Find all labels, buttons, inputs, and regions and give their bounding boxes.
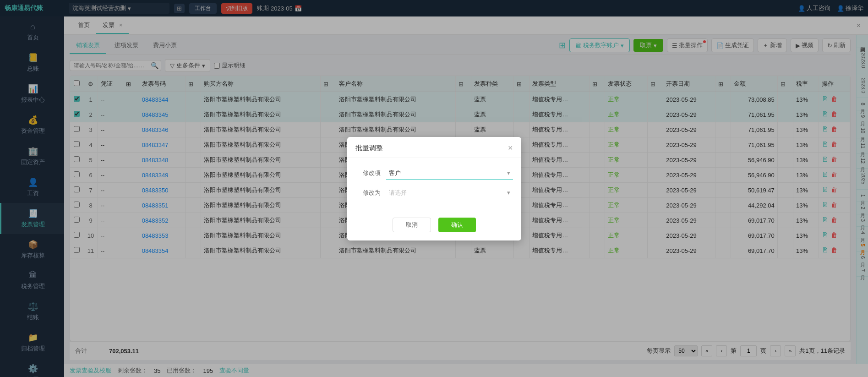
modal-body: 修改项 客户 ▾ 修改为 请选择 ▾ — [347, 158, 521, 214]
modify-to-select[interactable]: 请选择 ▾ — [386, 187, 513, 199]
batch-adjust-modal: 批量调整 × 修改项 客户 ▾ 修改为 请选择 ▾ 取消 确认 — [347, 137, 521, 240]
modify-to-row: 修改为 请选择 ▾ — [355, 187, 513, 199]
modal-confirm-btn[interactable]: 确认 — [438, 218, 476, 232]
modify-to-placeholder: 请选择 — [389, 189, 507, 197]
modify-to-label: 修改为 — [355, 189, 381, 197]
modify-field-select[interactable]: 客户 ▾ — [386, 167, 513, 180]
modal-header: 批量调整 × — [347, 137, 521, 158]
modal-overlay: 批量调整 × 修改项 客户 ▾ 修改为 请选择 ▾ 取消 确认 — [0, 0, 868, 377]
modal-footer: 取消 确认 — [347, 214, 521, 240]
modify-field-label: 修改项 — [355, 169, 381, 177]
modal-close-btn[interactable]: × — [508, 143, 513, 153]
modify-to-chevron-icon: ▾ — [507, 189, 510, 196]
modify-field-row: 修改项 客户 ▾ — [355, 167, 513, 180]
modify-field-chevron-icon: ▾ — [507, 169, 510, 176]
modal-title: 批量调整 — [355, 144, 383, 153]
modify-field-value: 客户 — [389, 169, 401, 177]
modal-cancel-btn[interactable]: 取消 — [393, 218, 431, 232]
